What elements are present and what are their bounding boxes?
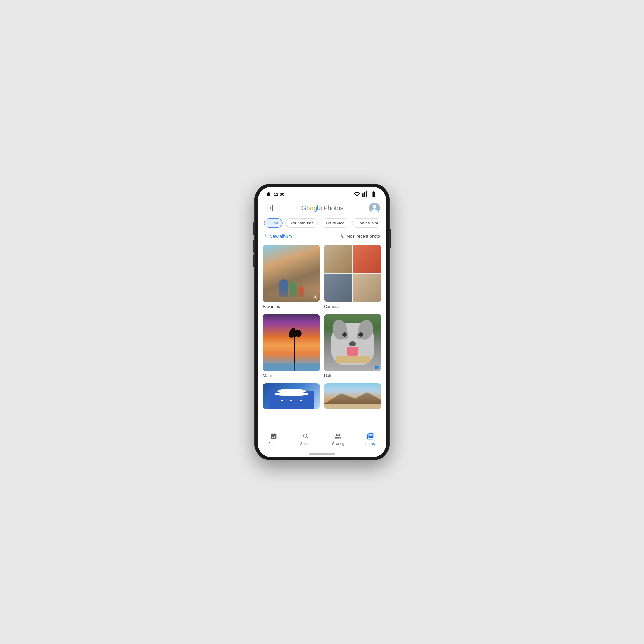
home-indicator [258,452,386,457]
albums-row-2: Maui [263,314,381,378]
photos-nav-label: Photos [268,442,279,446]
battery-icon [370,191,377,198]
app-logo: Google Photos [301,204,344,212]
photos-nav-icon [269,432,278,441]
chip-shared-albums[interactable]: Shared albu [352,218,378,228]
nav-sharing[interactable]: Sharing [322,431,354,447]
library-nav-icon [366,432,375,441]
status-icons [354,191,377,198]
app-header: Google Photos [258,200,386,217]
signal-icon [362,191,369,198]
album-maui[interactable]: Maui [263,314,320,378]
sharing-nav-icon [334,432,343,441]
sharing-nav-label: Sharing [332,442,344,446]
search-nav-label: Search [300,442,312,446]
nav-library[interactable]: Library [354,431,386,447]
albums-row-1: ★ Favorites Camera [263,245,381,309]
album-name-favorites: Favorites [263,304,320,309]
album-favorites[interactable]: ★ Favorites [263,245,320,309]
album-camera[interactable]: Camera [324,245,381,309]
search-nav-icon [301,432,310,441]
home-bar [309,453,335,455]
album-mountain[interactable] [324,383,381,409]
album-happy[interactable] [263,383,320,409]
album-name-camera: Camera [324,304,381,309]
bottom-navigation: Photos Search Sharing [258,428,386,452]
nav-search[interactable]: Search [290,431,322,447]
plus-icon: + [264,233,268,240]
phone-frame: 12:30 [254,184,390,460]
svg-point-2 [373,205,376,209]
sort-button[interactable]: Most recent photo [339,234,380,239]
front-camera [267,192,270,196]
share-upload-button[interactable] [264,202,276,214]
sort-icon [339,234,345,239]
phone-screen: 12:30 [258,187,386,457]
album-dali[interactable]: 👥 Dali [324,314,381,378]
status-time: 12:30 [274,192,284,197]
new-album-button[interactable]: + New album [264,233,292,240]
shared-icon: 👥 [374,365,379,369]
chip-your-albums[interactable]: Your albums [285,218,318,228]
status-bar: 12:30 [258,187,386,200]
nav-photos[interactable]: Photos [258,431,290,447]
toolbar: + New album Most recent photo [258,232,386,243]
albums-grid: ★ Favorites Camera [258,243,386,428]
albums-row-3 [263,383,381,409]
album-name-dali: Dali [324,373,381,378]
library-nav-label: Library [365,442,376,446]
chip-all[interactable]: ✓ All [264,218,283,228]
chip-on-device[interactable]: On device [321,218,349,228]
filter-chips: ✓ All Your albums On device Shared albu [258,217,386,232]
user-avatar[interactable] [369,203,380,213]
check-icon: ✓ [269,221,272,225]
album-name-maui: Maui [263,373,320,378]
wifi-icon [354,191,361,198]
